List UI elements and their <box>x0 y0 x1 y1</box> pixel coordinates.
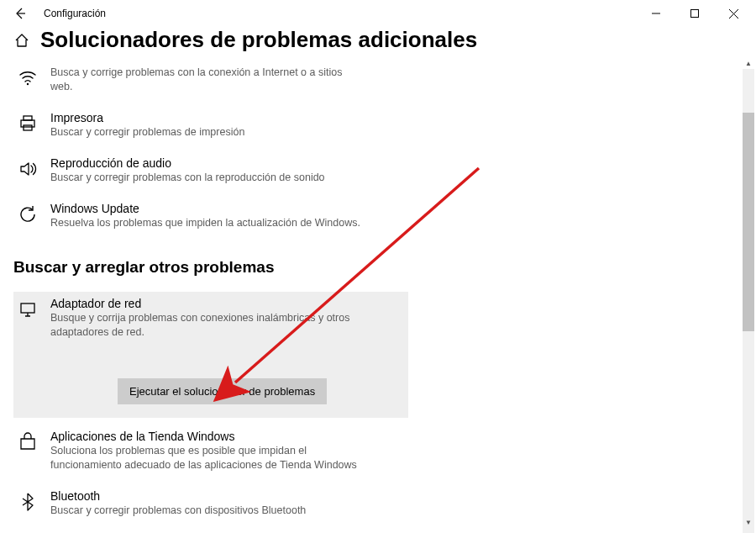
store-icon <box>17 431 39 453</box>
troubleshooter-item-update[interactable]: Windows Update Resuelva los problemas qu… <box>13 197 408 235</box>
svg-point-1 <box>27 83 29 85</box>
printer-icon <box>17 113 39 135</box>
troubleshooter-desc: Resuelva los problemas que impiden la ac… <box>50 216 361 230</box>
svg-rect-0 <box>691 10 699 18</box>
page-title: Solucionadores de problemas adicionales <box>40 27 477 53</box>
maximize-button[interactable] <box>675 0 714 27</box>
window-title: Configuración <box>44 8 106 19</box>
scrollbar-track[interactable] <box>743 69 754 533</box>
speaker-icon <box>17 158 39 180</box>
scrollbar-thumb[interactable] <box>743 113 754 331</box>
troubleshooter-title: Aplicaciones de la Tienda Windows <box>50 430 405 443</box>
troubleshooter-title: Bluetooth <box>50 489 405 503</box>
maximize-icon <box>690 9 699 18</box>
troubleshooter-desc: Busca y corrige problemas con la conexió… <box>50 66 361 94</box>
troubleshooter-title: Impresora <box>50 111 405 124</box>
troubleshooter-item-audio[interactable]: Reproducción de audio Buscar y corregir … <box>13 151 408 190</box>
troubleshooter-desc: Soluciona los problemas que es posible q… <box>50 444 361 472</box>
scrollbar-down-arrow[interactable]: ▼ <box>743 516 754 528</box>
troubleshooter-list-top: Busca y corrige problemas con la conexió… <box>13 60 408 235</box>
svg-rect-5 <box>21 303 34 313</box>
troubleshooter-desc: Buscar y corregir problemas de impresión <box>50 125 361 140</box>
troubleshooter-desc: Buscar y corregir problemas con disposit… <box>50 504 361 518</box>
troubleshooter-title: Reproducción de audio <box>50 156 405 170</box>
scrollbar-up-arrow[interactable]: ▲ <box>743 57 754 69</box>
run-troubleshooter-button[interactable]: Ejecutar el solucionador de problemas <box>118 378 327 404</box>
update-icon <box>17 203 39 225</box>
home-icon[interactable] <box>13 32 30 49</box>
titlebar: Configuración <box>0 0 756 27</box>
page-header: Solucionadores de problemas adicionales <box>13 27 756 53</box>
troubleshooter-item-printer[interactable]: Impresora Buscar y corregir problemas de… <box>13 106 408 145</box>
bluetooth-icon <box>17 491 39 513</box>
troubleshooter-list-other: Adaptador de red Busque y corrija proble… <box>13 292 408 522</box>
troubleshooter-title: Windows Update <box>50 202 405 215</box>
minimize-button[interactable] <box>637 0 675 27</box>
network-adapter-icon <box>17 298 39 320</box>
back-button[interactable] <box>3 0 37 27</box>
troubleshooter-desc: Busque y corrija problemas con conexione… <box>50 311 361 340</box>
troubleshooter-item-store[interactable]: Aplicaciones de la Tienda Windows Soluci… <box>13 425 408 478</box>
content-area: Solucionadores de problemas adicionales … <box>0 27 756 533</box>
svg-rect-2 <box>24 116 32 120</box>
svg-rect-4 <box>24 125 32 130</box>
troubleshooter-item-internet[interactable]: Busca y corrige problemas con la conexió… <box>13 60 408 99</box>
window-controls <box>637 0 753 27</box>
wifi-icon <box>17 66 39 88</box>
troubleshooter-desc: Buscar y corregir problemas con la repro… <box>50 171 361 185</box>
back-arrow-icon <box>13 7 27 20</box>
troubleshooter-title: Adaptador de red <box>50 297 405 310</box>
close-button[interactable] <box>714 0 753 27</box>
minimize-icon <box>652 9 660 18</box>
close-icon <box>729 9 738 18</box>
troubleshooter-item-bluetooth[interactable]: Bluetooth Buscar y corregir problemas co… <box>13 484 408 523</box>
section-heading-other: Buscar y arreglar otros problemas <box>13 258 756 277</box>
troubleshooter-item-network[interactable]: Adaptador de red Busque y corrija proble… <box>13 292 408 418</box>
